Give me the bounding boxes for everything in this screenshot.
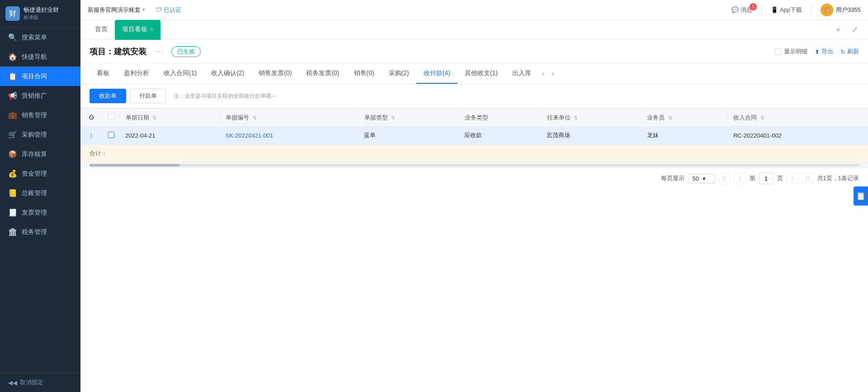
sub-nav-item-2[interactable]: 收入合同(1): [156, 64, 204, 84]
sub-nav-right-arrow[interactable]: ›: [548, 66, 557, 81]
close-icon: ×: [836, 26, 840, 34]
sub-nav-item-10[interactable]: 出入库: [505, 64, 538, 84]
sidebar-scroll: 🔍 搜索菜单 🏠 快捷导航 📋 项目合同 📢 营销推广 💼 销售管理 🛒 采购管…: [0, 28, 80, 373]
sidebar-label-7: 资金管理: [22, 170, 47, 178]
sub-nav-item-0[interactable]: 看板: [90, 64, 117, 84]
close-button[interactable]: ×: [832, 24, 844, 36]
td-checkbox[interactable]: [102, 127, 120, 144]
user-avatar: 🐵: [821, 4, 833, 16]
sidebar-item-6[interactable]: 📦 库存核算: [0, 144, 80, 164]
user-info-button[interactable]: 🐵 用户3355: [821, 4, 861, 16]
show-detail-checkbox[interactable]: 显示明细: [775, 48, 807, 56]
page-input[interactable]: [759, 172, 774, 184]
sub-nav-item-4[interactable]: 销售发票(0): [251, 64, 299, 84]
app-logo-icon: 财: [5, 6, 20, 21]
record-link[interactable]: SK-20220421-001: [226, 132, 274, 139]
table-row: 1 2022-04-21 SK-20220421-001 蓝单 应收款 宏茂商场…: [80, 127, 868, 144]
top-bar: 新服务官网演示账套 ▾ 🛡 已认证 💬 消息 1 📱 App下载 🐵 用: [80, 0, 868, 20]
sidebar-icon-4: 💼: [8, 111, 17, 120]
select-all-checkbox[interactable]: [108, 114, 114, 120]
th-code: 单据编号 ⇅: [220, 109, 359, 127]
maximize-button[interactable]: ⤢: [848, 24, 861, 36]
sub-nav-item-7[interactable]: 采购(2): [382, 64, 416, 84]
sidebar-label-6: 库存核算: [22, 150, 47, 158]
export-label: 导出: [821, 48, 833, 56]
tab-home[interactable]: 首页: [88, 20, 115, 40]
tab-close-icon[interactable]: ×: [150, 26, 153, 33]
app-name: 畅捷通好业财: [24, 6, 59, 14]
message-button[interactable]: 💬 消息 1: [731, 6, 752, 14]
sub-nav-item-5[interactable]: 税务发票(0): [299, 64, 346, 84]
sub-tab-btn-0[interactable]: 收款单: [90, 89, 126, 103]
first-page-button[interactable]: ⟨⟨: [719, 172, 731, 184]
sub-nav-item-3[interactable]: 收入确认(2): [204, 64, 251, 84]
sidebar-icon-0: 🔍: [8, 33, 17, 42]
float-right-button[interactable]: 📋: [854, 186, 868, 206]
sub-nav-item-8[interactable]: 收付款(4): [416, 64, 458, 84]
td-income-contract: RC-20220401-002: [728, 127, 868, 144]
sidebar-unpin-button[interactable]: ◀◀ 取消固定: [0, 373, 80, 392]
sort-icon-date[interactable]: ⇅: [152, 115, 156, 120]
sort-icon-partner[interactable]: ⇅: [574, 115, 578, 120]
sub-nav-left-arrow[interactable]: ‹: [538, 66, 548, 81]
app-download-label: App下载: [780, 6, 802, 14]
sidebar-icon-8: 📒: [8, 189, 17, 197]
sidebar-icon-1: 🏠: [8, 53, 17, 61]
demo-account-selector[interactable]: 新服务官网演示账套 ▾: [88, 6, 145, 14]
sidebar-item-7[interactable]: 💰 资金管理: [0, 164, 80, 183]
row-checkbox-0[interactable]: [108, 132, 114, 138]
th-date: 单据日期 ⇅: [120, 109, 220, 127]
sub-nav-item-6[interactable]: 销售(0): [347, 64, 382, 84]
sidebar-item-5[interactable]: 🛒 采购管理: [0, 125, 80, 144]
sort-icon-income[interactable]: ⇅: [760, 115, 764, 120]
sidebar-label-4: 销售管理: [22, 111, 47, 120]
per-page-select[interactable]: 50 ▾: [688, 174, 715, 183]
per-page-value: 50: [692, 175, 698, 182]
refresh-button[interactable]: ↻ 刷新: [840, 48, 859, 56]
sidebar-item-10[interactable]: 🏛️ 税务管理: [0, 222, 80, 242]
sidebar-label-9: 发票管理: [22, 209, 47, 217]
th-num: ⚙: [80, 109, 102, 127]
sidebar-label-5: 采购管理: [22, 131, 47, 139]
next-page-button[interactable]: ⟩: [787, 172, 798, 184]
project-header-actions: 显示明细 ⬆ 导出 ↻ 刷新: [775, 48, 859, 56]
certified-badge: 🛡 已认证: [156, 6, 181, 14]
float-icon: 📋: [856, 191, 866, 201]
divider: [761, 5, 762, 14]
sort-icon-code[interactable]: ⇅: [253, 115, 257, 120]
sort-icon-salesperson[interactable]: ⇅: [668, 115, 672, 120]
tab-project-board[interactable]: 项目看板 ×: [115, 20, 160, 40]
scroll-bar-area: [80, 162, 868, 167]
sort-icon-type[interactable]: ⇅: [391, 115, 395, 120]
window-controls: × ⤢: [832, 24, 861, 36]
last-page-button[interactable]: ⟩⟩: [802, 172, 814, 184]
sidebar-item-8[interactable]: 📒 总账管理: [0, 183, 80, 203]
export-icon: ⬆: [815, 48, 820, 55]
prev-page-button[interactable]: ⟨: [734, 172, 746, 184]
message-badge: 1: [750, 3, 757, 10]
data-table: ⚙ 单据日期 ⇅ 单据编号 ⇅: [80, 108, 868, 144]
project-more-button[interactable]: ···: [156, 48, 164, 56]
chevron-down-icon: ▾: [142, 7, 145, 13]
scroll-bar-thumb[interactable]: [90, 164, 180, 167]
sidebar-item-0[interactable]: 🔍 搜索菜单: [0, 28, 80, 47]
scroll-bar-track: [90, 164, 859, 167]
sub-tab-btn-1[interactable]: 付款单: [130, 89, 166, 103]
table-container: ⚙ 单据日期 ⇅ 单据编号 ⇅: [80, 108, 868, 144]
sub-nav-item-1[interactable]: 盈利分析: [117, 64, 156, 84]
sub-tab-hint: 注：这里是与项目关联的全部收付款单哦～: [174, 92, 277, 100]
sidebar-item-4[interactable]: 💼 销售管理: [0, 105, 80, 125]
export-button[interactable]: ⬆ 导出: [815, 48, 833, 56]
td-num: 1: [80, 127, 102, 144]
sub-nav-item-9[interactable]: 其他收支(1): [458, 64, 505, 84]
sidebar-label-1: 快捷导航: [22, 53, 47, 61]
sidebar-item-2[interactable]: 📋 项目合同: [0, 67, 80, 86]
sidebar-icon-2: 📋: [8, 72, 17, 81]
settings-icon[interactable]: ⚙: [88, 114, 94, 121]
sidebar: 财 畅捷通好业财 标准版 🔍 搜索菜单 🏠 快捷导航 📋 项目合同 📢 营销推广…: [0, 0, 80, 392]
sidebar-item-9[interactable]: 🧾 发票管理: [0, 203, 80, 222]
sidebar-item-3[interactable]: 📢 营销推广: [0, 86, 80, 105]
app-download-button[interactable]: 📱 App下载: [771, 6, 802, 14]
page-label: 第: [750, 174, 755, 182]
sidebar-item-1[interactable]: 🏠 快捷导航: [0, 47, 80, 67]
